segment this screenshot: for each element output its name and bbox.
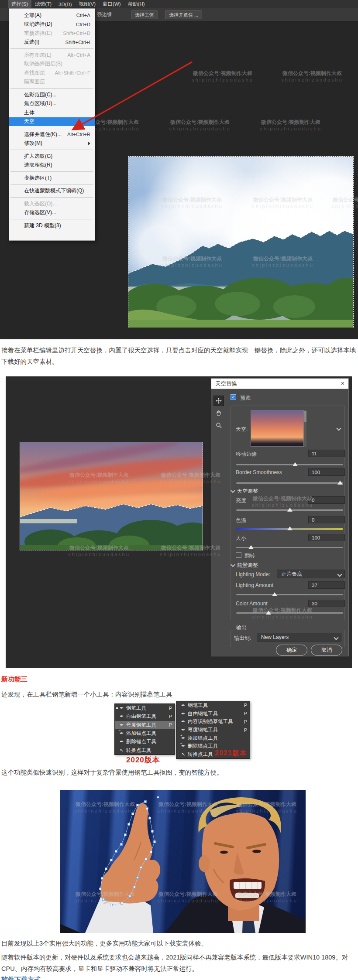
pen-menu-shortcut: P (169, 706, 172, 711)
menu-item[interactable]: 扩大选取(G) (9, 152, 95, 161)
pen-menu-item[interactable]: ✒内容识别描摹笔工具P (176, 717, 250, 726)
pen-menu-item[interactable]: ✒钢笔工具P (176, 701, 250, 710)
menubar-item[interactable]: 窗口(W) (99, 0, 124, 8)
clipped-download-link[interactable]: 软件下载方式 (1, 976, 176, 980)
menu-item[interactable]: 全部(A)Ctrl+A (9, 11, 95, 20)
menu-item-label: 色彩范围(C)... (24, 91, 57, 99)
temperature-value[interactable]: 0 (308, 516, 345, 523)
hand-tool-button[interactable] (214, 408, 224, 418)
menu-item-label: 修改(M) (24, 140, 42, 147)
lighting-amount-slider[interactable] (236, 594, 343, 595)
pen-menu-item[interactable]: ✒自由钢笔工具P (115, 712, 175, 720)
brightness-slider[interactable] (236, 509, 343, 511)
temperature-slider[interactable] (236, 528, 343, 530)
menubar-item[interactable]: 帮助(H) (124, 0, 148, 8)
menubar-item[interactable]: 滤镜(T) (31, 0, 55, 8)
border-smoothness-value[interactable]: 100 (308, 468, 345, 476)
scale-value[interactable]: 100 (308, 534, 345, 541)
select-subject-button[interactable]: 选择主体 (131, 10, 158, 19)
menu-item[interactable]: 所有图层(L)Alt+Ctrl+A (9, 51, 95, 60)
menu-item[interactable]: 天空 (9, 117, 95, 126)
pen-menu-item[interactable]: ✒+添加锚点工具 (176, 734, 250, 742)
border-smoothness-slider[interactable] (236, 482, 343, 484)
menu-item[interactable]: 反选(I)Shift+Ctrl+I (9, 38, 95, 47)
paragraph-summary: 目前发现以上3个实用强大的功能，更多实用功能大家可以下载安装体验。 (1, 938, 357, 949)
watermark-line1: 微信公众号:视频制作大叔 (183, 70, 262, 77)
flip-checkbox[interactable] (236, 552, 241, 558)
pen-menu-item[interactable]: ✒+添加锚点工具 (115, 729, 175, 738)
menu-item[interactable]: 修改(M) (9, 139, 95, 148)
landscape-photo-sky-selected (128, 156, 354, 328)
preview-checkbox[interactable]: ✓ (231, 394, 236, 400)
pen-menu-item[interactable]: ✒弯度钢笔工具P (115, 721, 175, 729)
output-to-dropdown[interactable]: New Layers (257, 633, 341, 642)
sky-adjust-section-header[interactable]: 天空调整 (231, 488, 258, 495)
menu-item[interactable]: 变换选区(T) (9, 174, 95, 183)
menu-item[interactable]: 载入选区(O)... (9, 199, 95, 208)
menu-item-label: 取消选择图层(S) (24, 60, 62, 68)
menu-item[interactable]: 存储选区(V)... (9, 208, 95, 218)
menu-item[interactable]: 取消选择(D)Ctrl+D (9, 20, 95, 29)
menu-item[interactable]: 主体 (9, 108, 95, 117)
ok-button[interactable]: 确定 (276, 645, 307, 656)
shift-edge-slider[interactable] (236, 464, 343, 465)
menu-item[interactable]: 色彩范围(C)... (9, 90, 95, 99)
menu-item-shortcut: Alt+Ctrl+R (67, 132, 90, 137)
watermark: 微信公众号:视频制作大叔shipinzhizuodashu (161, 119, 239, 131)
select-and-mask-button[interactable]: 选择并遮住 ... (165, 10, 202, 19)
color-amount-value[interactable]: 30 (308, 600, 345, 607)
watermark: 微信公众号:视频制作大叔shipinzhizuodashu (183, 70, 262, 82)
brightness-value[interactable]: 0 (308, 496, 345, 504)
pen-menu-item[interactable]: ✒钢笔工具P (115, 704, 175, 712)
menu-item[interactable]: 隔离图层 (9, 78, 95, 87)
dialog-title-bar[interactable]: 天空替换 × (211, 379, 348, 389)
zoom-tool-button[interactable] (214, 420, 224, 430)
menubar-item[interactable]: 3D(D) (55, 1, 76, 8)
menu-item-label: 选择并遮住(K)... (24, 131, 62, 138)
lighting-mode-dropdown[interactable]: 正片叠底 (277, 570, 345, 578)
move-tool-button[interactable] (214, 396, 224, 406)
cancel-button[interactable]: 取消 (311, 645, 342, 656)
menu-item-label: 全部(A) (24, 12, 41, 19)
sky-preset-thumbnail[interactable] (251, 410, 304, 447)
menubar-item[interactable]: 选择(S) (8, 0, 31, 8)
version-caption-2020: 2020版本 (126, 755, 160, 765)
close-icon[interactable]: × (341, 380, 344, 387)
portrait-graphics (60, 790, 306, 933)
icon-modifier: + (119, 729, 121, 733)
scale-slider[interactable] (236, 547, 343, 548)
menubar-item[interactable]: 视图(V) (76, 0, 99, 8)
watermark-line1: 微信公众号:视频制作大叔 (161, 119, 239, 126)
watermark: 微信公众号:视频制作大叔shipinzhizuodashu (251, 119, 330, 131)
menu-item-label: 重新选择(E) (24, 30, 52, 37)
pen-menu-item[interactable]: ✒弯度钢笔工具P (176, 726, 250, 734)
menu-item[interactable]: 在快速蒙版模式下编辑(Q) (9, 187, 95, 196)
menu-item-label: 隔离图层 (24, 78, 45, 85)
paragraph-sky-replace-intro: 接着在菜单栏编辑里边打开天空替换，内置了很天空选择，只要点击对应的天空就能实现一… (1, 345, 357, 367)
sky-list-scrollbar[interactable] (304, 410, 306, 447)
menu-item-shortcut: Alt+Shift+Ctrl+F (55, 70, 91, 75)
foreground-adjust-section-header[interactable]: 前景调整 (231, 562, 258, 569)
select-dropdown-menu: 全部(A)Ctrl+A取消选择(D)Ctrl+D重新选择(E)Shift+Ctr… (9, 8, 95, 241)
move-icon (216, 398, 222, 404)
pen-menu-item[interactable]: ✒−删除锚点工具 (115, 738, 175, 746)
pen-menu-item[interactable]: ↖转换点工具 (115, 746, 175, 755)
menu-item[interactable]: 焦点区域(U)... (9, 99, 95, 109)
shift-edge-value[interactable]: 11 (308, 450, 345, 457)
menu-item[interactable]: 新建 3D 模型(3) (9, 221, 95, 230)
active-tool-marker (178, 729, 180, 731)
lighting-amount-value[interactable]: 37 (308, 581, 345, 589)
convert-point-icon: ↖ (181, 751, 188, 757)
icon-modifier: − (119, 737, 121, 741)
pen-menu-item[interactable]: ✒自由钢笔工具P (176, 710, 250, 718)
menu-item[interactable]: 选择并遮住(K)...Alt+Ctrl+R (9, 130, 95, 139)
dialog-title: 天空替换 (215, 380, 237, 388)
menu-item[interactable]: 重新选择(E)Shift+Ctrl+D (9, 29, 95, 38)
sunset-landscape-graphics (20, 442, 203, 550)
paragraph-system-requirements: 随着软件版本的更新，对硬件以及系统要求也会越来越高，2021版同样不再兼容老版本… (1, 952, 357, 974)
color-amount-slider[interactable] (236, 612, 343, 614)
menu-item[interactable]: 查找图层Alt+Shift+Ctrl+F (9, 68, 95, 78)
menu-item[interactable]: 取消选择图层(S) (9, 60, 95, 69)
menu-item[interactable]: 选取相似(R) (9, 161, 95, 170)
pen-path-demo-photo: 微信公众号:视频制作大叔shipinzhizuodashu微信公众号:视频制作大… (60, 790, 306, 933)
